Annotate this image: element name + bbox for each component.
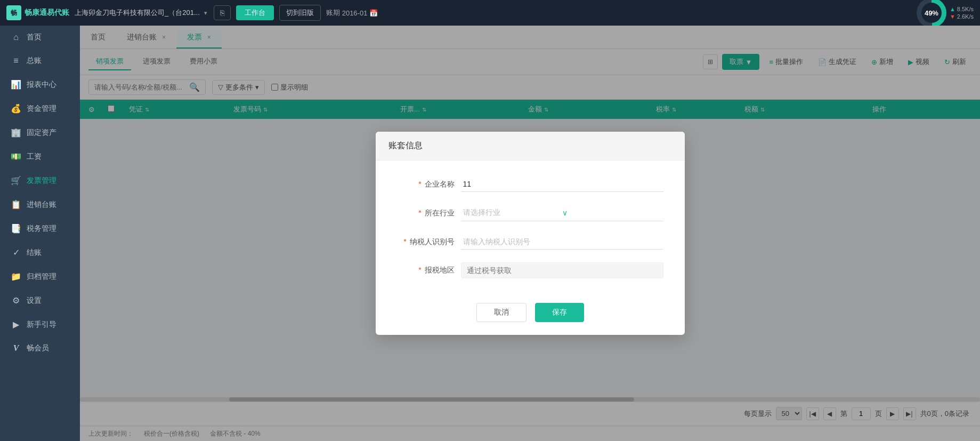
sidebar-label-settings: 设置 <box>27 296 42 306</box>
sidebar-label-home: 首页 <box>27 33 42 42</box>
sidebar-label-salary: 工资 <box>27 152 42 162</box>
sidebar-item-guide[interactable]: ▶ 新手引导 <box>0 312 80 336</box>
sidebar-label-funds: 资金管理 <box>27 104 56 114</box>
dialog-header: 账套信息 <box>376 132 685 161</box>
company-selector[interactable]: 上海卯金刀电子科技有限公司_（台201... ▼ <box>75 8 208 18</box>
industry-chevron-icon: ∨ <box>562 209 661 217</box>
logo-icon: 畅 <box>6 5 21 20</box>
account-info-dialog: 账套信息 * 企业名称 * 所在行业 <box>376 132 685 335</box>
period-display: 账期 2016-01 📅 <box>326 8 378 18</box>
sidebar-item-reports[interactable]: 📊 报表中心 <box>0 73 80 97</box>
form-row-industry: * 所在行业 请选择行业 ∨ <box>397 205 663 221</box>
salary-icon: 💵 <box>11 151 21 162</box>
upload-speed: ▲ 8.5K/s <box>950 6 974 12</box>
guide-icon: ▶ <box>11 319 21 330</box>
sidebar-label-reports: 报表中心 <box>27 80 56 90</box>
required-star-3: * <box>403 237 406 246</box>
required-star-4: * <box>418 266 421 274</box>
copy-button[interactable]: ⎘ <box>214 5 231 20</box>
period-text: 账期 <box>326 8 340 18</box>
network-stats: ▲ 8.5K/s ▼ 2.6K/s <box>950 6 974 20</box>
cancel-button[interactable]: 取消 <box>476 303 527 322</box>
save-button[interactable]: 保存 <box>535 303 584 322</box>
app-logo: 畅 畅康通易代账 <box>6 5 69 20</box>
required-star-2: * <box>418 209 421 217</box>
industry-placeholder: 请选择行业 <box>463 208 562 218</box>
settlement-icon: ✓ <box>11 247 21 258</box>
tax-icon: 📑 <box>11 223 21 234</box>
period-value: 2016-01 <box>342 9 368 17</box>
form-row-company: * 企业名称 <box>397 177 663 192</box>
form-row-tax-id: * 纳税人识别号 <box>397 234 663 250</box>
calendar-icon[interactable]: 📅 <box>369 9 378 17</box>
reports-icon: 📊 <box>11 79 21 90</box>
company-name: 上海卯金刀电子科技有限公司_（台201... <box>75 8 200 18</box>
dialog-body: * 企业名称 * 所在行业 请选择行业 ∨ <box>376 161 685 294</box>
sidebar-label-assets: 固定资产 <box>27 128 56 138</box>
sidebar-item-funds[interactable]: 💰 资金管理 <box>0 97 80 121</box>
home-icon: ⌂ <box>11 33 21 42</box>
sidebar-item-salary[interactable]: 💵 工资 <box>0 145 80 169</box>
sidebar-label-tax: 税务管理 <box>27 224 56 234</box>
old-version-button[interactable]: 切到旧版 <box>279 5 321 21</box>
modal-overlay: 账套信息 * 企业名称 * 所在行业 <box>80 26 980 441</box>
topbar: 畅 畅康通易代账 上海卯金刀电子科技有限公司_（台201... ▼ ⎘ 工作台 … <box>0 0 980 26</box>
sidebar-item-home[interactable]: ⌂ 首页 <box>0 26 80 49</box>
sidebar-label-archive: 归档管理 <box>27 272 56 282</box>
company-name-input[interactable] <box>461 177 663 192</box>
cpu-indicator: 49% <box>917 0 946 28</box>
sidebar-item-assets[interactable]: 🏢 固定资产 <box>0 121 80 145</box>
upload-arrow-icon: ▲ <box>950 6 955 12</box>
sidebar-item-archive[interactable]: 📁 归档管理 <box>0 264 80 288</box>
sidebar-item-tax[interactable]: 📑 税务管理 <box>0 217 80 240</box>
member-icon: V <box>11 343 21 353</box>
sidebar-item-member[interactable]: V 畅会员 <box>0 336 80 360</box>
sidebar-item-purchase[interactable]: 📋 进销台账 <box>0 193 80 217</box>
sidebar-label-purchase: 进销台账 <box>27 200 56 210</box>
tax-id-label: * 纳税人识别号 <box>397 237 461 247</box>
sidebar-label-member: 畅会员 <box>27 343 49 353</box>
sidebar-item-settings[interactable]: ⚙ 设置 <box>0 288 80 312</box>
ledger-icon: ≡ <box>11 56 21 66</box>
dialog-footer: 取消 保存 <box>376 294 685 335</box>
archive-icon: 📁 <box>11 271 21 282</box>
cpu-percent: 49% <box>921 3 942 23</box>
download-speed: ▼ 2.6K/s <box>950 13 974 20</box>
industry-label: * 所在行业 <box>397 209 461 218</box>
tax-region-label: * 报税地区 <box>397 266 461 275</box>
funds-icon: 💰 <box>11 103 21 114</box>
purchase-icon: 📋 <box>11 199 21 210</box>
sidebar-label-invoices: 发票管理 <box>27 176 56 186</box>
industry-select[interactable]: 请选择行业 ∨ <box>461 205 663 221</box>
company-name-label: * 企业名称 <box>397 180 461 189</box>
dialog-title: 账套信息 <box>388 141 423 150</box>
tax-id-input[interactable] <box>461 234 663 250</box>
sidebar-label-guide: 新手引导 <box>27 320 56 330</box>
tax-region-input <box>461 262 663 278</box>
sidebar-label-ledger: 总账 <box>27 56 42 66</box>
main-content: 首页 进销台账 × 发票 × 销项发票 进项发票 费用小票 ⊞ 取票 ▼ <box>80 26 980 441</box>
workbench-button[interactable]: 工作台 <box>236 5 274 20</box>
invoices-icon: 🛒 <box>11 175 21 186</box>
settings-icon: ⚙ <box>11 295 21 306</box>
app-name: 畅康通易代账 <box>25 8 69 18</box>
company-chevron-icon: ▼ <box>203 10 208 16</box>
sidebar-item-invoices[interactable]: 🛒 发票管理 <box>0 169 80 193</box>
required-star: * <box>418 180 421 188</box>
sidebar-item-settlement[interactable]: ✓ 结账 <box>0 240 80 264</box>
form-row-tax-region: * 报税地区 <box>397 262 663 278</box>
download-arrow-icon: ▼ <box>950 13 955 20</box>
sidebar: ⌂ 首页 ≡ 总账 📊 报表中心 💰 资金管理 🏢 固定资产 💵 工资 🛒 发票… <box>0 26 80 441</box>
topbar-right: 49% ▲ 8.5K/s ▼ 2.6K/s <box>917 0 974 28</box>
sidebar-label-settlement: 结账 <box>27 248 42 258</box>
sidebar-item-ledger[interactable]: ≡ 总账 <box>0 49 80 73</box>
assets-icon: 🏢 <box>11 127 21 138</box>
